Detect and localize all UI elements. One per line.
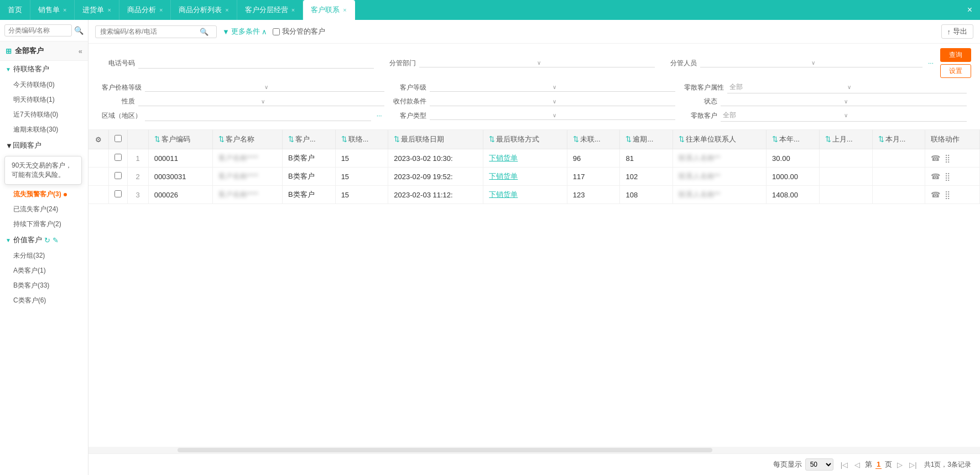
filter-dept-label: 分管部门 xyxy=(383,59,416,68)
select-all-checkbox[interactable] xyxy=(114,135,122,142)
page-size-select[interactable]: 50 100 xyxy=(805,458,833,471)
person-ellipsis[interactable]: ··· xyxy=(926,59,936,67)
tab-close-analysis-list[interactable]: × xyxy=(225,7,228,13)
filter-status-select[interactable]: ∨ xyxy=(721,97,967,106)
query-button[interactable]: 查询 xyxy=(940,48,971,62)
search-input[interactable] xyxy=(100,28,200,35)
first-page-btn[interactable]: |◁ xyxy=(839,461,849,469)
tab-close-purchase[interactable]: × xyxy=(107,7,111,13)
sidebar-item-overdue[interactable]: 逾期未联络(30) xyxy=(0,122,88,137)
collapse-icon[interactable]: « xyxy=(79,47,82,55)
tab-close-customer-layer[interactable]: × xyxy=(291,7,295,13)
col-type[interactable]: ⇅客户... xyxy=(282,130,335,149)
refresh-icon[interactable]: ↻ xyxy=(44,236,50,244)
horizontal-scrollbar[interactable] xyxy=(88,447,980,453)
col-contact[interactable]: ⇅联络... xyxy=(335,130,388,149)
row-last-way[interactable]: 下销货单 xyxy=(483,186,567,204)
search-input-wrap: 🔍 xyxy=(95,25,217,38)
row-last-way[interactable]: 下销货单 xyxy=(483,149,567,168)
edit-icon[interactable]: ✎ xyxy=(53,236,59,244)
sidebar-item-class-a[interactable]: A类客户(1) xyxy=(0,263,88,278)
sidebar-item-churned[interactable]: 已流失客户(24) xyxy=(0,202,88,217)
filter-dept-select[interactable]: ∨ xyxy=(419,59,655,67)
row-type: B类客户 xyxy=(282,186,335,204)
window-close-button[interactable]: × xyxy=(960,5,980,15)
sidebar-item-7days[interactable]: 近7天待联络(0) xyxy=(0,107,88,122)
tab-analysis-list[interactable]: 商品分析列表 × xyxy=(171,0,237,20)
filter-region-input[interactable] xyxy=(145,111,371,121)
sidebar-item-today[interactable]: 今天待联络(0) xyxy=(0,77,88,92)
col-name[interactable]: ⇅客户名称 xyxy=(212,130,282,149)
row-last-way[interactable]: 下销货单 xyxy=(483,168,567,186)
next-page-btn[interactable]: ▷ xyxy=(895,461,904,469)
tab-purchase[interactable]: 进货单 × xyxy=(75,0,119,20)
action-phone-icon[interactable]: ☎ xyxy=(931,190,940,199)
my-customer-checkbox[interactable] xyxy=(273,28,280,35)
filter-customer-type-select[interactable]: ∨ xyxy=(430,111,676,120)
filter-nature-select[interactable]: ∨ xyxy=(138,97,384,106)
row-checkbox[interactable] xyxy=(108,149,127,168)
tab-analysis[interactable]: 商品分析 × xyxy=(119,0,171,20)
filter-phone-input[interactable] xyxy=(138,58,374,69)
export-button[interactable]: ↑ 导出 xyxy=(941,24,974,39)
retail-customer-arrow-icon: ∨ xyxy=(844,112,965,118)
col-last-month[interactable]: ⇅上月... xyxy=(819,130,872,149)
tab-customer-contact[interactable]: 客户联系 × xyxy=(303,0,355,20)
tab-sales[interactable]: 销售单 × xyxy=(30,0,75,20)
col-code[interactable]: ⇅客户编码 xyxy=(148,130,212,149)
col-overdue[interactable]: ⇅逾期... xyxy=(620,130,673,149)
filter-customer-level-label: 客户等级 xyxy=(393,83,426,92)
tab-customer-layer[interactable]: 客户分层经营 × xyxy=(237,0,303,20)
tab-home[interactable]: 首页 xyxy=(0,0,30,20)
sidebar-item-churn-warning[interactable]: 流失预警客户(3) xyxy=(0,187,88,202)
sidebar-item-class-c[interactable]: C类客户(6) xyxy=(0,293,88,308)
action-phone-icon[interactable]: ☎ xyxy=(931,154,940,163)
tab-close-customer-contact[interactable]: × xyxy=(343,7,346,13)
sidebar-group-value-title[interactable]: ▼ 价值客户 ↻ ✎ xyxy=(0,232,88,248)
tab-close-sales[interactable]: × xyxy=(63,7,66,13)
filter-payment-select[interactable]: ∨ xyxy=(430,97,676,106)
row-checkbox[interactable] xyxy=(108,168,127,186)
action-more-icon[interactable]: ⣿ xyxy=(945,172,950,181)
col-action: 联络动作 xyxy=(925,130,980,149)
col-this-month[interactable]: ⇅本月... xyxy=(872,130,925,149)
sidebar-group-pending-title[interactable]: ▼ 待联络客户 xyxy=(0,61,88,77)
sidebar-item-class-b[interactable]: B类客户(33) xyxy=(0,278,88,293)
sidebar-search-input[interactable] xyxy=(4,24,72,36)
tab-close-analysis[interactable]: × xyxy=(159,7,163,13)
search-icon-main[interactable]: 🔍 xyxy=(200,28,208,36)
col-checkbox[interactable] xyxy=(108,130,127,149)
filter-phone: 电话号码 xyxy=(97,58,378,69)
col-this-year[interactable]: ⇅本年... xyxy=(767,130,820,149)
more-filter-btn[interactable]: ▼ 更多条件 ∧ xyxy=(222,27,267,36)
filter-customer-level-select[interactable]: ∨ xyxy=(430,83,676,92)
sidebar-all-customers[interactable]: ⊞ 全部客户 « xyxy=(0,41,88,61)
settings-button[interactable]: 设置 xyxy=(940,64,971,78)
filter-retail-customer-select[interactable]: 全部 ∨ xyxy=(721,109,967,122)
prev-page-btn[interactable]: ◁ xyxy=(853,461,862,469)
sidebar-item-tomorrow[interactable]: 明天待联络(1) xyxy=(0,92,88,107)
col-related-person[interactable]: ⇅往来单位联系人 xyxy=(673,130,767,149)
col-no-contact[interactable]: ⇅未联... xyxy=(567,130,620,149)
data-table-container: ⚙ ⇅客户编码 ⇅客户名称 ⇅客户... ⇅联络... ⇅最后联络日期 ⇅最后联… xyxy=(88,130,980,447)
my-customer-checkbox-wrap[interactable]: 我分管的客户 xyxy=(273,27,325,36)
action-more-icon[interactable]: ⣿ xyxy=(945,154,950,163)
status-arrow-icon: ∨ xyxy=(844,98,965,105)
col-last-way[interactable]: ⇅最后联络方式 xyxy=(483,130,567,149)
action-phone-icon[interactable]: ☎ xyxy=(931,172,940,181)
filter-retail-attr-select[interactable]: 全部 ∨ xyxy=(727,81,967,93)
action-more-icon[interactable]: ⣿ xyxy=(945,190,950,199)
col-gear[interactable]: ⚙ xyxy=(88,130,108,149)
sidebar-item-ungrouped[interactable]: 未分组(32) xyxy=(0,248,88,263)
row-checkbox[interactable] xyxy=(108,186,127,204)
region-ellipsis[interactable]: ··· xyxy=(374,112,384,119)
sidebar-search-icon[interactable]: 🔍 xyxy=(74,26,84,35)
sidebar-item-declining[interactable]: 持续下滑客户(2) xyxy=(0,217,88,232)
filter-person-select[interactable]: ∨ xyxy=(700,59,922,67)
current-page[interactable]: 1 xyxy=(875,460,882,469)
sidebar-group-review-title[interactable]: ▼ 回顾客户 xyxy=(0,137,88,154)
filter-price-level-select[interactable]: ∨ xyxy=(145,83,384,92)
row-this-month xyxy=(872,168,925,186)
col-last-date[interactable]: ⇅最后联络日期 xyxy=(388,130,483,149)
last-page-btn[interactable]: ▷| xyxy=(908,461,918,469)
